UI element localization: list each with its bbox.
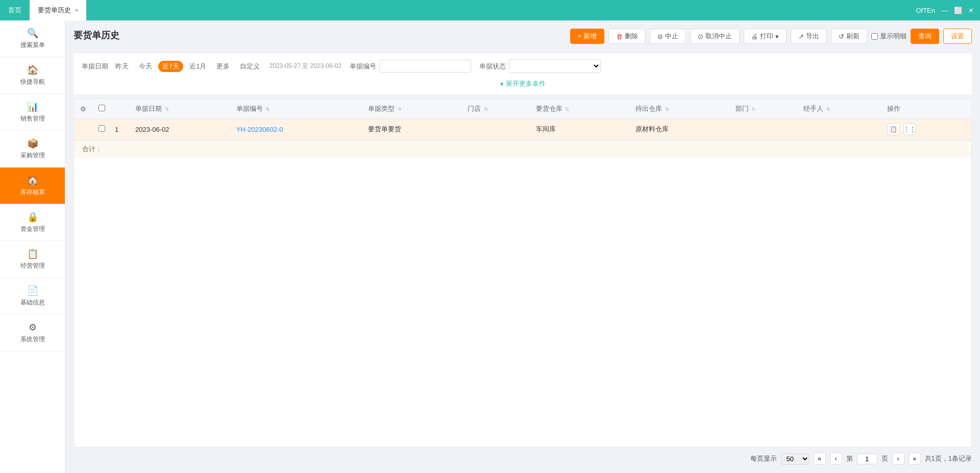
page-title: 要货单历史 xyxy=(74,29,119,41)
refresh-icon: ↺ xyxy=(839,33,844,40)
col-date[interactable]: 单据日期 ⇅ xyxy=(131,99,232,119)
tab-home-label: 首页 xyxy=(8,6,21,15)
prev-page-btn[interactable]: ‹ xyxy=(830,453,842,465)
brand-text: OfTEn xyxy=(916,7,935,14)
col-req-warehouse[interactable]: 要货仓库 ⇅ xyxy=(532,99,632,119)
expand-label: 展开更多条件 xyxy=(506,79,546,88)
delete-label: 删除 xyxy=(625,32,638,41)
search-icon: 🔍 xyxy=(27,28,38,39)
cancel-stop-button[interactable]: ⊙ 取消中止 xyxy=(690,29,740,44)
row-order-no[interactable]: YH-20230602-0 xyxy=(232,119,364,140)
print-button[interactable]: 🖨 打印 ▾ xyxy=(744,29,787,44)
date-custom-btn[interactable]: 自定义 xyxy=(236,61,264,72)
sidebar-item-system[interactable]: ⚙ 系统管理 xyxy=(0,315,65,351)
col-settings[interactable]: ⚙ xyxy=(74,99,92,119)
sidebar-item-purchase[interactable]: 📦 采购管理 xyxy=(0,131,65,168)
col-department[interactable]: 部门 ⇅ xyxy=(731,99,799,119)
order-no-input[interactable] xyxy=(379,60,471,73)
stop-button[interactable]: ⊘ 中止 xyxy=(650,29,686,44)
show-detail-label: 显示明细 xyxy=(880,32,906,41)
minimize-btn[interactable]: — xyxy=(941,7,948,14)
date-filter-btns: 昨天 今天 近7天 近1月 更多 自定义 xyxy=(111,61,264,72)
print-label: 打印 xyxy=(760,32,773,41)
date-yesterday-btn[interactable]: 昨天 xyxy=(111,61,133,72)
home-icon: 🏠 xyxy=(27,64,38,76)
maximize-btn[interactable]: ⬜ xyxy=(954,7,962,14)
date-range-display: 2023-05-27 至 2023-06-02 xyxy=(269,62,341,70)
sidebar-item-operation[interactable]: 📋 经营管理 xyxy=(0,241,65,278)
page-size-select[interactable]: 50 20 100 xyxy=(781,453,810,465)
select-all-checkbox[interactable] xyxy=(99,105,105,111)
col-handler[interactable]: 经手人 ⇅ xyxy=(799,99,883,119)
table-row: 1 2023-06-02 YH-20230602-0 要货单要货 车间库 原材料… xyxy=(74,119,971,140)
sidebar: 🔍 搜索菜单 🏠 快捷导航 📊 销售管理 📦 采购管理 🏠 库存核算 🔒 资金管… xyxy=(0,20,65,473)
sidebar-item-inventory[interactable]: 🏠 库存核算 xyxy=(0,168,65,204)
sidebar-item-finance[interactable]: 🔒 资金管理 xyxy=(0,204,65,241)
col-order-no[interactable]: 单据编号 ⇅ xyxy=(232,99,364,119)
delete-button[interactable]: 🗑 删除 xyxy=(608,29,646,44)
total-info: 共1页，1条记录 xyxy=(925,454,972,463)
show-detail-check[interactable] xyxy=(871,33,878,40)
sidebar-item-sales[interactable]: 📊 销售管理 xyxy=(0,94,65,131)
date-month1-btn[interactable]: 近1月 xyxy=(185,61,210,72)
sidebar-item-operation-label: 经营管理 xyxy=(20,262,45,270)
store-sort-icon: ⇅ xyxy=(484,106,488,112)
row-checkbox-cell[interactable] xyxy=(92,119,111,140)
settings-button[interactable]: 设置 xyxy=(943,29,972,44)
refresh-button[interactable]: ↺ 刷新 xyxy=(831,29,867,44)
row-action-edit[interactable]: 📋 xyxy=(887,123,899,135)
sidebar-item-shortcut-label: 快捷导航 xyxy=(20,78,45,86)
date-today-btn[interactable]: 今天 xyxy=(135,61,156,72)
order-no-link[interactable]: YH-20230602-0 xyxy=(236,126,283,133)
top-bar-right: OfTEn — ⬜ ✕ xyxy=(916,7,980,14)
table-footer: 合计： xyxy=(74,140,971,158)
page-suffix: 页 xyxy=(881,454,888,463)
sidebar-item-search-label: 搜索菜单 xyxy=(20,41,45,50)
sidebar-item-search[interactable]: 🔍 搜索菜单 xyxy=(0,20,65,57)
page-number-input[interactable] xyxy=(857,454,877,464)
col-order-type[interactable]: 单据类型 ⇅ xyxy=(364,99,464,119)
tab-close-icon[interactable]: × xyxy=(75,7,78,13)
refresh-label: 刷新 xyxy=(846,32,860,41)
filter-bar: 单据日期 昨天 今天 近7天 近1月 更多 自定义 2023-05-27 至 2… xyxy=(74,53,972,94)
row-date: 2023-06-02 xyxy=(131,119,232,140)
print-chevron-icon: ▾ xyxy=(775,33,779,40)
col-checkbox-header[interactable] xyxy=(92,99,111,119)
content-area: 要货单历史 + 新增 🗑 删除 ⊘ 中止 ⊙ 取消中止 🖨 xyxy=(65,20,980,473)
row-action-more[interactable]: ⋮⋮ xyxy=(903,123,916,135)
export-button[interactable]: ↗ 导出 xyxy=(791,29,827,44)
sidebar-item-sales-label: 销售管理 xyxy=(20,114,45,123)
show-detail-checkbox[interactable]: 显示明细 xyxy=(871,32,906,41)
query-button[interactable]: 查询 xyxy=(911,29,939,44)
data-table: ⚙ 单据日期 ⇅ 单据编号 ⇅ xyxy=(74,99,971,140)
order-no-label: 单据编号 xyxy=(350,62,376,71)
row-checkbox[interactable] xyxy=(99,125,105,132)
last-page-btn[interactable]: » xyxy=(909,453,921,465)
row-settings xyxy=(74,119,92,140)
date-more-btn[interactable]: 更多 xyxy=(212,61,234,72)
table-wrapper: ⚙ 单据日期 ⇅ 单据编号 ⇅ xyxy=(74,99,972,447)
tab-history[interactable]: 要货单历史 × xyxy=(30,0,86,20)
date-week7-btn[interactable]: 近7天 xyxy=(158,61,183,72)
tab-home[interactable]: 首页 xyxy=(0,0,30,20)
close-btn[interactable]: ✕ xyxy=(968,7,974,14)
sidebar-item-basic-label: 基础信息 xyxy=(20,298,45,307)
row-pending-warehouse: 原材料仓库 xyxy=(631,119,731,140)
inventory-icon: 🏠 xyxy=(27,175,38,186)
chart-icon: 📊 xyxy=(27,101,38,112)
stop-icon: ⊘ xyxy=(657,33,663,40)
filter-row: 单据日期 昨天 今天 近7天 近1月 更多 自定义 2023-05-27 至 2… xyxy=(82,59,964,73)
new-button[interactable]: + 新增 xyxy=(570,29,604,44)
next-page-btn[interactable]: › xyxy=(892,453,904,465)
sidebar-item-basic[interactable]: 📄 基础信息 xyxy=(0,278,65,315)
row-num: 1 xyxy=(111,119,131,140)
status-select[interactable] xyxy=(509,59,601,73)
col-store[interactable]: 门店 ⇅ xyxy=(463,99,531,119)
stop-label: 中止 xyxy=(665,32,678,41)
sidebar-item-shortcut[interactable]: 🏠 快捷导航 xyxy=(0,57,65,94)
expand-filter-btn[interactable]: ▾ 展开更多条件 xyxy=(500,79,546,88)
first-page-btn[interactable]: « xyxy=(814,453,826,465)
date-filter-label: 单据日期 xyxy=(82,62,108,71)
col-pending-warehouse[interactable]: 待出仓库 ⇅ xyxy=(631,99,731,119)
footer-label: 合计： xyxy=(82,145,102,153)
